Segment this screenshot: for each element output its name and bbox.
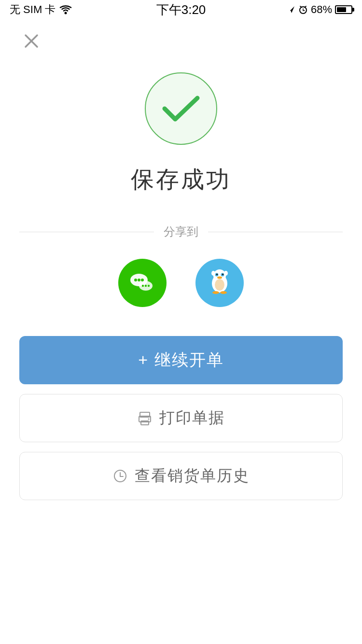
svg-point-0 [65, 12, 67, 14]
svg-point-7 [141, 279, 144, 281]
svg-point-11 [148, 285, 150, 287]
print-label: 打印单据 [159, 407, 225, 429]
battery-percent: 68% [311, 3, 332, 16]
wechat-icon [128, 270, 156, 295]
svg-point-9 [142, 285, 144, 287]
svg-point-23 [224, 271, 228, 276]
share-divider: 分享到 [19, 224, 343, 239]
print-icon [137, 410, 153, 426]
no-sim-text: 无 SIM 卡 [10, 2, 56, 17]
svg-point-18 [217, 277, 222, 279]
wifi-icon [59, 5, 72, 14]
status-bar: 无 SIM 卡 下午3:20 68% [0, 0, 362, 19]
svg-point-6 [138, 279, 140, 281]
history-icon [112, 468, 128, 484]
share-section: 分享到 [19, 224, 343, 307]
view-history-button[interactable]: 查看销货单历史 [19, 452, 343, 500]
wechat-share-button[interactable] [118, 259, 167, 307]
success-section: 保存成功 [19, 72, 343, 195]
qq-share-button[interactable] [195, 259, 244, 307]
svg-point-27 [148, 419, 150, 420]
status-right: 68% [287, 3, 352, 16]
svg-point-22 [211, 271, 215, 276]
action-buttons: + 继续开单 打印单据 查看销货单历史 [19, 336, 343, 500]
share-icons [19, 259, 343, 307]
share-label: 分享到 [164, 224, 198, 239]
alarm-icon [298, 5, 308, 14]
svg-point-16 [216, 274, 218, 276]
close-icon [24, 33, 39, 49]
close-button[interactable] [19, 29, 43, 53]
svg-point-10 [145, 285, 147, 287]
location-icon [287, 5, 295, 14]
continue-order-button[interactable]: + 继续开单 [19, 336, 343, 384]
success-circle [145, 72, 217, 145]
status-left: 无 SIM 卡 [10, 2, 72, 17]
svg-point-20 [212, 291, 219, 294]
print-button[interactable]: 打印单据 [19, 394, 343, 442]
svg-point-21 [220, 291, 227, 294]
svg-point-5 [134, 279, 137, 281]
battery-icon [335, 5, 352, 14]
history-label: 查看销货单历史 [135, 465, 250, 487]
svg-point-17 [222, 274, 224, 276]
checkmark-icon [162, 94, 200, 123]
main-content: 保存成功 分享到 [0, 19, 362, 519]
qq-icon [206, 268, 234, 298]
status-time: 下午3:20 [156, 1, 206, 18]
svg-point-19 [215, 279, 224, 291]
success-title: 保存成功 [131, 164, 231, 195]
